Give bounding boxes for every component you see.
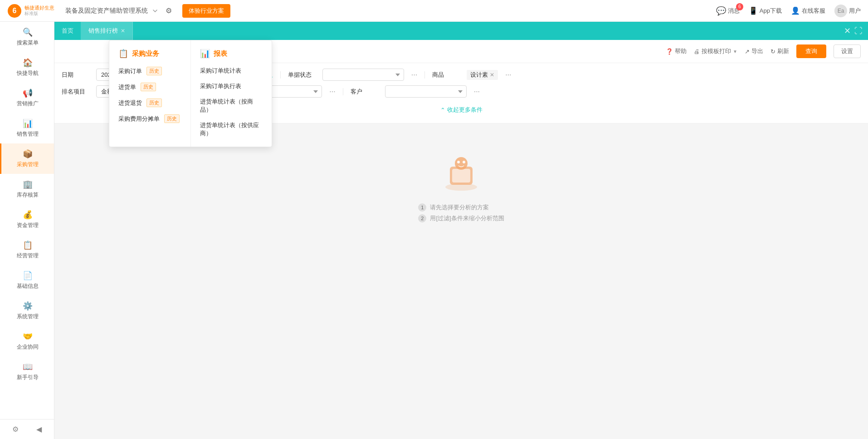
sidebar-item-corp-collab[interactable]: 🤝 企业协同	[0, 326, 54, 356]
system-mgmt-icon: ⚙️	[23, 301, 33, 311]
dropdown-item-stock-in[interactable]: 进货单 历史	[109, 79, 190, 95]
sidebar-item-quick-nav[interactable]: 🏠 快捷导航	[0, 52, 54, 83]
sales-mgmt-icon: 📊	[23, 118, 33, 128]
product-tag-close[interactable]: ✕	[490, 72, 494, 78]
customer-select-wrapper	[385, 85, 467, 98]
svg-point-7	[463, 161, 465, 163]
dropdown-col-purchase: 📋 采购业务 采购订单 历史 进货单 历史 进货退货 历史 采购费用分摊单	[109, 40, 191, 147]
dropdown-item-stock-return[interactable]: 进货退货 历史	[109, 95, 190, 111]
newbie-guide-icon: 📖	[23, 362, 33, 372]
export-icon: ↗	[745, 48, 750, 55]
main-layout: 🔍 搜索菜单 🏠 快捷导航 📢 营销推广 📊 销售管理 📦 采购管理 🏢 库存核…	[0, 22, 868, 439]
sidebar-item-ops-mgmt[interactable]: 📋 经营管理	[0, 235, 54, 265]
logo-icon: 6	[7, 4, 22, 18]
rank-item-label: 排名项目	[62, 88, 89, 96]
avatar: Ea	[834, 5, 847, 17]
tab-bar: 首页 销售排行榜 ✕ ✕ ⛶	[54, 22, 868, 40]
app-download-btn[interactable]: 📱 App下载	[749, 6, 782, 15]
dropdown-item-purchase-expense[interactable]: 采购费用分摊单 历史	[109, 111, 190, 127]
dropdown-item-purchase-order-stat[interactable]: 采购订单统计表	[191, 63, 272, 79]
tab-sales-rank[interactable]: 销售排行榜 ✕	[81, 22, 133, 40]
refresh-icon: ↻	[770, 48, 775, 55]
logo-text: 畅捷通好生意 标准版	[24, 5, 54, 16]
dropdown-item-purchase-order[interactable]: 采购订单 历史	[109, 63, 190, 79]
date-label: 日期	[62, 71, 89, 79]
divider-2	[424, 71, 425, 79]
customer-select[interactable]	[385, 85, 467, 98]
ops-mgmt-icon: 📋	[23, 240, 33, 250]
tab-close-all-icon[interactable]: ✕	[844, 26, 851, 36]
sidebar-item-search-menu[interactable]: 🔍 搜索菜单	[0, 22, 54, 52]
notifications-badge: 6	[736, 3, 743, 10]
online-service-btn[interactable]: 👤 在线客服	[791, 6, 825, 15]
tip-num-1: 1	[418, 203, 426, 212]
dropdown-purchase-header: 📋 采购业务	[109, 46, 190, 63]
purchase-dropdown-menu: 📋 采购业务 采购订单 历史 进货单 历史 进货退货 历史 采购费用分摊单	[109, 40, 272, 147]
industry-btn[interactable]: 体验行业方案	[182, 4, 230, 18]
voucher-status-dots[interactable]: ···	[411, 71, 417, 79]
print-icon: 🖨	[694, 48, 700, 55]
sidebar-item-finance[interactable]: 💰 资金管理	[0, 204, 54, 235]
tab-expand-icon[interactable]: ⛶	[854, 26, 863, 36]
svg-rect-4	[452, 169, 470, 183]
search-menu-icon: 🔍	[23, 27, 33, 37]
history-badge-purchase-order: 历史	[146, 67, 162, 75]
notifications-btn[interactable]: 💬 消息 6	[716, 6, 740, 16]
dropdown-item-stock-in-stat-product[interactable]: 进货单统计表（按商品）	[191, 94, 272, 118]
product-dots[interactable]: ···	[505, 71, 511, 79]
voucher-status-select-wrapper	[322, 69, 404, 81]
export-btn[interactable]: ↗ 导出	[745, 47, 763, 55]
sidebar-item-purchase-mgmt[interactable]: 📦 采购管理	[0, 143, 54, 174]
tip-num-2: 2	[418, 214, 426, 222]
history-badge-stock-return: 历史	[146, 99, 162, 107]
product-label: 商品	[432, 71, 459, 79]
customer-label: 客户	[351, 88, 378, 96]
divider-1	[280, 71, 281, 79]
purchase-header-icon: 📋	[118, 49, 128, 59]
empty-tips: 1 请先选择要分析的方案 2 用[过滤]条件来缩小分析范围	[418, 203, 504, 222]
system-dropdown-arrow[interactable]	[151, 7, 159, 15]
sidebar-item-basic-info[interactable]: 📄 基础信息	[0, 265, 54, 296]
customer-dots[interactable]: ···	[474, 88, 480, 96]
quick-nav-icon: 🏠	[23, 58, 33, 68]
sidebar-item-newbie-guide[interactable]: 📖 新手引导	[0, 356, 54, 387]
sidebar-item-marketing[interactable]: 📢 营销推广	[0, 83, 54, 113]
user-btn[interactable]: Ea 用户	[834, 5, 861, 17]
refresh-btn[interactable]: ↻ 刷新	[770, 47, 789, 55]
empty-tip-2: 2 用[过滤]条件来缩小分析范围	[418, 214, 504, 222]
tab-close-btn[interactable]: ✕	[121, 28, 125, 34]
dropdown-item-stock-in-stat-supplier[interactable]: 进货单统计表（按供应商）	[191, 118, 272, 141]
help-icon: ❓	[666, 48, 673, 55]
top-header: 6 畅捷通好生意 标准版 装备及固定资产辅助管理系统 ⚙ 体验行业方案 💬 消息…	[0, 0, 868, 22]
empty-tip-1: 1 请先选择要分析的方案	[418, 203, 504, 212]
sidebar-item-system-mgmt[interactable]: ⚙️ 系统管理	[0, 296, 54, 326]
dropdown-col-report: 📊 报表 采购订单统计表 采购订单执行表 进货单统计表（按商品） 进货单统计表（…	[191, 40, 272, 147]
voucher-status-label: 单据状态	[288, 71, 315, 79]
content-area: 首页 销售排行榜 ✕ ✕ ⛶ ❓ 帮助 🖨 按模板打印	[54, 22, 868, 439]
voucher-status-select[interactable]	[322, 69, 404, 81]
help-btn[interactable]: ❓ 帮助	[666, 47, 687, 55]
sidebar-settings-btn[interactable]: ⚙	[12, 425, 19, 434]
print-btn[interactable]: 🖨 按模板打印 ▼	[694, 47, 737, 55]
svg-point-5	[455, 157, 468, 170]
marketing-icon: 📢	[23, 88, 33, 98]
dropdown-item-purchase-order-exec[interactable]: 采购订单执行表	[191, 79, 272, 94]
product-tag: 设计素 ✕	[467, 70, 498, 80]
history-badge-stock-in: 历史	[141, 83, 156, 91]
print-dropdown-icon: ▼	[733, 49, 737, 54]
collapse-icon: ⌃	[440, 107, 445, 113]
sidebar-collapse-btn[interactable]: ◀	[36, 425, 42, 434]
history-badge-purchase-expense: 历史	[164, 114, 180, 123]
salesperson-dots[interactable]: ···	[329, 88, 335, 96]
tab-home[interactable]: 首页	[54, 22, 81, 40]
system-title-area: 装备及固定资产辅助管理系统 ⚙ 体验行业方案	[65, 4, 716, 18]
system-settings-icon[interactable]: ⚙	[162, 5, 175, 17]
query-btn[interactable]: 查询	[796, 44, 826, 58]
finance-icon: 💰	[23, 210, 33, 220]
settings-btn[interactable]: 设置	[834, 44, 861, 58]
sidebar-item-inventory[interactable]: 🏢 库存核算	[0, 174, 54, 204]
sidebar-item-sales-mgmt[interactable]: 📊 销售管理	[0, 113, 54, 143]
inventory-icon: 🏢	[23, 179, 33, 189]
logo-area: 6 畅捷通好生意 标准版	[7, 4, 62, 18]
sidebar: 🔍 搜索菜单 🏠 快捷导航 📢 营销推广 📊 销售管理 📦 采购管理 🏢 库存核…	[0, 22, 54, 439]
